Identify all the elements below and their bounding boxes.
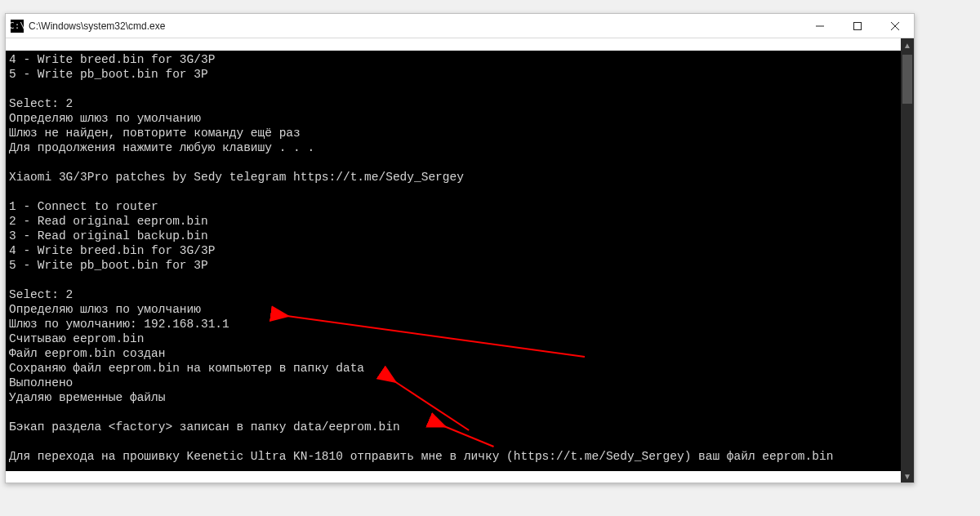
svg-rect-0: [854, 22, 862, 29]
scrollbar[interactable]: ▲ ▼: [901, 38, 914, 483]
file-row[interactable]: createbackup_eeprom.py 24.05.2020 16:48 …: [9, 501, 971, 516]
scroll-up-button[interactable]: ▲: [901, 38, 914, 51]
file-size: 2 КБ: [525, 487, 590, 499]
cmd-icon: C:\: [11, 20, 24, 33]
file-size: 2 КБ: [525, 504, 590, 515]
file-row[interactable]: createbackup.py 24.05.2020 14:32 Файл "P…: [9, 485, 971, 501]
maximize-button[interactable]: [839, 14, 876, 38]
file-name: createbackup.py: [27, 487, 247, 499]
file-type: Файл "PY": [394, 504, 525, 515]
close-button[interactable]: [876, 14, 914, 38]
file-date: 24.05.2020 14:32: [247, 487, 394, 499]
terminal-output[interactable]: 4 - Write breed.bin for 3G/3P 5 - Write …: [6, 51, 901, 471]
file-icon: [9, 487, 22, 500]
cmd-window: C:\ C:\Windows\system32\cmd.exe 4 - Writ…: [5, 13, 915, 483]
window-title: C:\Windows\system32\cmd.exe: [29, 20, 165, 32]
file-icon: [9, 503, 22, 516]
scroll-thumb[interactable]: [902, 55, 912, 104]
file-type: Файл "PY": [394, 487, 525, 499]
file-name: createbackup_eeprom.py: [27, 504, 247, 515]
file-date: 24.05.2020 16:48: [247, 504, 394, 515]
scroll-down-button[interactable]: ▼: [901, 469, 914, 483]
minimize-button[interactable]: [801, 14, 839, 38]
titlebar[interactable]: C:\ C:\Windows\system32\cmd.exe: [6, 14, 914, 38]
